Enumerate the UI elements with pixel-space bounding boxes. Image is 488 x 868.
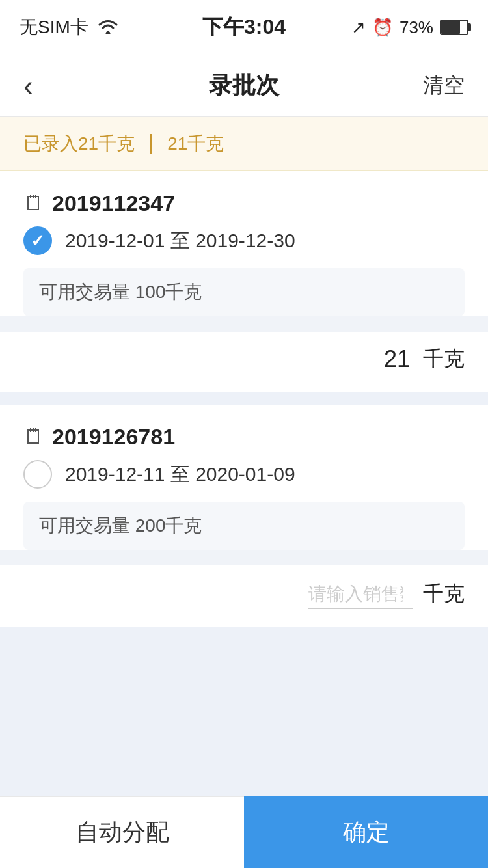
status-right: ↗ ⏰ 73%	[351, 18, 468, 38]
svg-point-0	[106, 31, 110, 34]
summary-value: 21千克	[167, 131, 224, 156]
wifi-icon	[96, 16, 120, 39]
summary-divider	[150, 134, 152, 154]
back-button[interactable]: ‹	[23, 70, 33, 102]
available-qty-2: 可用交易量 200千克	[23, 502, 465, 550]
radio-1[interactable]: ✓	[23, 226, 52, 255]
summary-label: 已录入21千克	[23, 131, 135, 156]
bottom-buttons: 自动分配 确定	[0, 796, 488, 868]
nav-bar: ‹ 录批次 清空	[0, 55, 488, 117]
section-divider	[0, 392, 488, 405]
location-icon: ↗	[351, 18, 366, 38]
confirm-button[interactable]: 确定	[244, 796, 488, 868]
batch-item-1: 🗒 2019112347 ✓ 2019-12-01 至 2019-12-30 可…	[0, 171, 488, 316]
battery-text: 73%	[400, 18, 433, 38]
summary-banner: 已录入21千克 21千克	[0, 117, 488, 171]
auto-distribute-button[interactable]: 自动分配	[0, 796, 244, 868]
battery-icon	[440, 20, 468, 35]
batch-date-row-1: ✓ 2019-12-01 至 2019-12-30	[23, 226, 465, 255]
status-bar: 无SIM卡 下午3:04 ↗ ⏰ 73%	[0, 0, 488, 55]
alarm-icon: ⏰	[372, 18, 393, 38]
qty-value-1: 21	[384, 346, 410, 373]
status-time: 下午3:04	[202, 13, 286, 42]
qty-row-1: 21 千克	[0, 332, 488, 392]
batch-header-2: 🗒 2019126781	[23, 424, 465, 450]
batch-item-2: 🗒 2019126781 2019-12-11 至 2020-01-09 可用交…	[0, 405, 488, 550]
clear-button[interactable]: 清空	[423, 72, 465, 100]
batch-header-1: 🗒 2019112347	[23, 191, 465, 216]
batch-date-1: 2019-12-01 至 2019-12-30	[65, 228, 295, 254]
batch-id-1: 2019112347	[52, 191, 175, 216]
doc-icon-1: 🗒	[23, 191, 44, 215]
checkmark-1: ✓	[31, 231, 45, 251]
page-title: 录批次	[209, 70, 279, 102]
carrier-text: 无SIM卡	[20, 15, 88, 40]
qty-unit-2: 千克	[423, 580, 465, 608]
qty-row-2: 千克	[0, 565, 488, 627]
qty-unit-1: 千克	[423, 345, 465, 373]
qty-input-2[interactable]	[308, 578, 413, 609]
batch-date-row-2: 2019-12-11 至 2020-01-09	[23, 460, 465, 489]
doc-icon-2: 🗒	[23, 425, 44, 449]
status-left: 无SIM卡	[20, 15, 120, 40]
batch-date-2: 2019-12-11 至 2020-01-09	[65, 461, 295, 488]
radio-2[interactable]	[23, 460, 52, 489]
available-qty-1: 可用交易量 100千克	[23, 268, 465, 316]
batch-id-2: 2019126781	[52, 424, 175, 450]
